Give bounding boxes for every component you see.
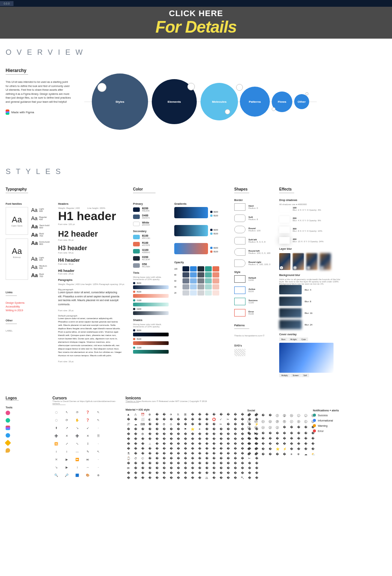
ion-icon: �	[232, 442, 238, 446]
social-icon: �	[247, 432, 253, 435]
ion-icon: �	[190, 423, 195, 426]
link-2[interactable]: Accessibility	[6, 305, 54, 308]
ion-icon: �	[225, 471, 231, 475]
social-icon: �	[304, 426, 310, 430]
cursor-icon: ↘	[73, 426, 81, 430]
ion-icon: �	[239, 457, 245, 460]
circle-other: Other	[294, 94, 309, 109]
ion-icon: �	[168, 437, 174, 441]
cursor-icon: ✕	[63, 434, 70, 438]
ion-icon: �	[161, 447, 167, 450]
h5-sample: H5 header	[58, 269, 126, 273]
topbar: 0.0.0	[0, 0, 392, 7]
social-icon: �	[283, 453, 288, 456]
patterns-label: Patterns	[234, 324, 272, 327]
ion-icon: �	[168, 462, 174, 465]
ion-icon: �	[175, 466, 181, 470]
ion-icon: �	[168, 442, 174, 446]
ion-icon: �	[197, 471, 202, 475]
ion-icon: ⭕	[211, 418, 217, 421]
ion-icon: �	[133, 442, 138, 446]
ion-icon: �	[190, 471, 195, 475]
ion-icon: �	[168, 452, 174, 455]
social-icon: �	[262, 442, 267, 446]
ion-icon: �	[154, 437, 160, 441]
headers-label: Headers	[58, 202, 126, 205]
ion-icon: ⚖	[204, 476, 209, 480]
link-3[interactable]: Writing in 2019	[6, 309, 54, 312]
shapes-title: Shapes	[234, 187, 272, 191]
ion-icon: �	[147, 471, 153, 475]
social-icon: ⓟ	[276, 420, 281, 424]
made-with-figma: Made with Figma	[6, 110, 81, 115]
ion-icon: �	[225, 476, 231, 480]
ion-icon: �	[183, 437, 188, 441]
social-icon: ⓥ	[247, 426, 253, 430]
divider	[6, 74, 28, 75]
cursor-icon: ✕	[84, 434, 91, 438]
social-icon: ⓢ	[297, 420, 302, 424]
social-icon: �	[276, 453, 281, 456]
ion-icon: �	[161, 418, 167, 421]
circle-molecules: Molecules	[200, 83, 238, 120]
cursor-icon: ↖	[94, 411, 102, 414]
ion-icon: �	[140, 466, 145, 470]
ion-icon: ⊞	[183, 413, 188, 416]
ion-icon: �	[168, 476, 174, 480]
cursor-icon: ↙	[84, 426, 91, 430]
social-icon: �	[283, 442, 288, 446]
ion-icon: �	[175, 437, 181, 441]
ion-icon: �	[218, 413, 224, 416]
ion-icon: �	[183, 452, 188, 455]
bg-blur-label: Background blur	[279, 274, 343, 276]
social-grid: 🅰🅱ⓕⓖⓗⓘⓙⓚⓛⓜⓝⓞⓟⓠⓡⓢⓣⓤⓥⓦⓧⓨⓩ🐦📷📌▶🎵💬🌐📱💻🔗📧🔊📶📡🛰🗨💡…	[247, 414, 304, 456]
ion-icon: �	[204, 418, 209, 421]
ion-icon: �	[183, 432, 188, 436]
cursor-icon: ⟳	[63, 418, 70, 422]
ion-icon: �	[126, 428, 131, 431]
social-icon: ☁	[304, 453, 310, 456]
tool-icon	[6, 418, 10, 423]
promo-banner[interactable]: CLICK HERE For Details	[0, 7, 392, 39]
social-icon: �	[297, 442, 302, 446]
ion-icon: �	[126, 462, 131, 465]
social-icon: �	[254, 447, 260, 451]
svgs-label: SVG's	[234, 344, 272, 347]
ion-icon: ⎘	[175, 413, 181, 416]
font-raleway: Aa Raleway	[6, 238, 28, 280]
cover-overlay-image	[279, 343, 334, 373]
ion-icon: �	[204, 452, 209, 455]
ion-icon: �	[218, 428, 224, 431]
ion-icon: �	[161, 471, 167, 475]
ion-icon: �	[197, 442, 202, 446]
social-icon: �	[254, 437, 260, 440]
h4-sample: H4 header	[58, 258, 126, 263]
ion-icon: �	[190, 413, 195, 416]
ion-icon: �	[211, 413, 217, 416]
ion-icon: ⚑	[183, 428, 188, 431]
ion-icon: �	[232, 462, 238, 465]
ion-icon: �	[161, 442, 167, 446]
ion-icon: �	[147, 462, 153, 465]
ion-icon: �	[239, 452, 245, 455]
hierarchy-title: Hierarchy	[6, 68, 81, 73]
ion-icon: �	[239, 471, 245, 475]
banner-line2: For Details	[156, 18, 236, 36]
social-icon: �	[269, 432, 274, 435]
ion-icon: �	[204, 428, 209, 431]
ion-icon: ♫	[147, 442, 153, 446]
ion-icon: �	[147, 452, 153, 455]
h2-sample: H2 header	[58, 229, 126, 239]
cursor-icon: ·	[94, 458, 102, 461]
cursor-icon: 🔍	[52, 474, 60, 477]
font-families-label: Font families	[6, 202, 54, 205]
swatch-white: White#FFFFFF	[133, 221, 167, 226]
cursor-icon: —	[73, 450, 81, 453]
ion-icon: �	[126, 471, 131, 475]
ion-icon: �	[175, 452, 181, 455]
ion-icon: �	[197, 452, 202, 455]
ion-icon: �	[197, 437, 202, 441]
ion-icon: �	[232, 471, 238, 475]
ion-icon: �	[239, 437, 245, 441]
link-1[interactable]: Design Systems	[6, 302, 54, 304]
